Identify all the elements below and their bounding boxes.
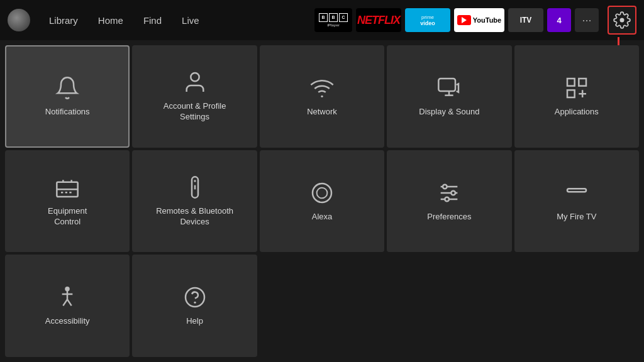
fire-tv-icon <box>564 180 589 206</box>
sliders-icon <box>436 180 462 206</box>
nav-live[interactable]: Live <box>173 11 208 30</box>
accessibility-icon <box>55 285 80 310</box>
app-prime-video[interactable]: prime video <box>405 8 450 32</box>
notifications-label: Notifications <box>45 107 90 118</box>
top-navigation: Library Home Find Live BBC iPlayer NETFL… <box>0 0 644 40</box>
remotes-bluetooth-label: Remotes & Bluetooth Devices <box>156 206 233 228</box>
settings-network[interactable]: Network <box>260 45 384 148</box>
svg-line-22 <box>64 300 68 306</box>
accessibility-label: Accessibility <box>45 316 90 327</box>
alexa-label: Alexa <box>312 212 333 222</box>
settings-remotes-bluetooth[interactable]: Remotes & Bluetooth Devices <box>132 150 257 253</box>
person-icon <box>182 70 208 95</box>
svg-line-23 <box>67 300 72 306</box>
network-label: Network <box>307 107 337 118</box>
youtube-logo-icon <box>457 15 471 25</box>
svg-point-15 <box>443 184 447 189</box>
settings-alexa[interactable]: Alexa <box>260 150 384 253</box>
svg-rect-4 <box>579 79 586 86</box>
settings-preferences[interactable]: Preferences <box>387 150 511 253</box>
nav-library[interactable]: Library <box>40 11 87 30</box>
help-icon <box>182 285 208 310</box>
app-channel4[interactable]: 4 <box>547 8 571 32</box>
svg-point-24 <box>186 288 204 307</box>
settings-button[interactable] <box>608 6 636 35</box>
svg-rect-18 <box>567 189 586 192</box>
settings-my-fire-tv[interactable]: My Fire TV <box>514 150 639 253</box>
app-netflix[interactable]: NETFLIX <box>356 8 401 32</box>
alexa-icon <box>309 180 335 206</box>
display-sound-icon <box>436 75 462 101</box>
app-youtube[interactable]: YouTube <box>454 8 504 32</box>
svg-point-17 <box>445 197 450 201</box>
settings-display-sound[interactable]: Display & Sound <box>387 45 511 148</box>
svg-point-0 <box>191 73 199 81</box>
preferences-label: Preferences <box>427 212 471 222</box>
settings-help[interactable]: Help <box>132 255 257 357</box>
app-more-button[interactable]: ··· <box>575 8 599 32</box>
app-bbc-iplayer[interactable]: BBC iPlayer <box>314 8 352 32</box>
applications-icon <box>564 75 589 101</box>
settings-equipment-control[interactable]: Equipment Control <box>5 150 130 253</box>
settings-notifications[interactable]: Notifications <box>5 45 130 148</box>
svg-point-16 <box>452 190 456 195</box>
nav-find[interactable]: Find <box>135 11 170 30</box>
applications-label: Applications <box>555 107 599 118</box>
wifi-icon <box>309 75 335 101</box>
settings-account-profile[interactable]: Account & Profile Settings <box>132 45 257 148</box>
account-profile-label: Account & Profile Settings <box>164 101 226 123</box>
app-shortcuts: BBC iPlayer NETFLIX prime video YouTube … <box>314 8 599 32</box>
gear-icon <box>613 11 631 29</box>
equipment-control-label: Equipment Control <box>48 206 87 228</box>
my-fire-tv-label: My Fire TV <box>557 212 596 222</box>
youtube-play-icon <box>462 17 467 23</box>
avatar[interactable] <box>8 9 30 31</box>
nav-links: Library Home Find Live <box>40 11 208 30</box>
svg-rect-5 <box>567 90 575 97</box>
app-itv[interactable]: ITV <box>508 8 543 32</box>
svg-point-11 <box>317 187 328 198</box>
bell-icon <box>55 75 80 101</box>
svg-rect-3 <box>567 79 575 86</box>
help-label: Help <box>186 316 203 327</box>
remote-icon <box>182 175 208 200</box>
svg-rect-2 <box>439 79 456 91</box>
svg-point-10 <box>313 184 331 202</box>
tv-icon <box>55 175 80 200</box>
settings-accessibility[interactable]: Accessibility <box>5 255 130 357</box>
settings-applications[interactable]: Applications <box>514 45 639 148</box>
svg-point-19 <box>66 287 69 290</box>
display-sound-label: Display & Sound <box>419 107 479 118</box>
nav-home[interactable]: Home <box>89 11 132 30</box>
settings-grid: Notifications Account & Profile Settings… <box>0 40 644 362</box>
